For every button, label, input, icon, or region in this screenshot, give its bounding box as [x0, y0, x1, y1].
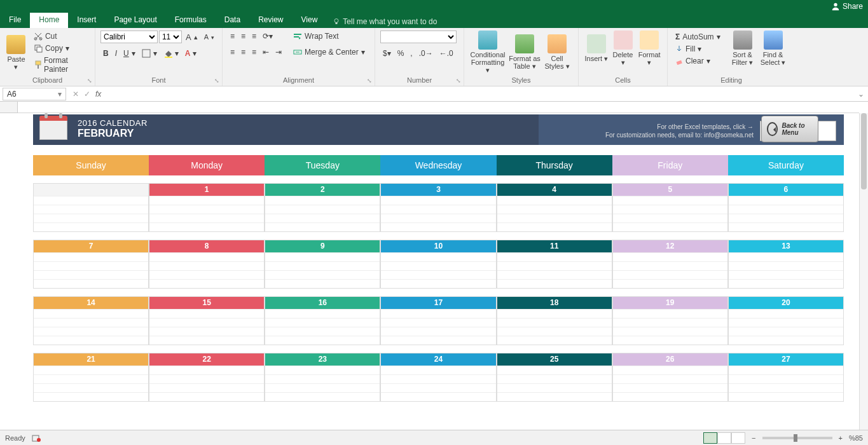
calendar-day[interactable]: 26 [612, 353, 728, 402]
day-slot[interactable] [265, 327, 380, 336]
day-slot[interactable] [497, 374, 612, 383]
format-cells-button[interactable]: Format ▾ [637, 31, 662, 67]
italic-button[interactable]: I [113, 48, 120, 59]
calendar-day[interactable]: 2 [265, 183, 380, 232]
calendar-day[interactable]: 1 [149, 183, 265, 232]
select-all-corner[interactable] [0, 102, 18, 113]
tab-review[interactable]: Review [249, 13, 292, 28]
day-slot[interactable] [729, 214, 843, 222]
day-slot[interactable] [729, 374, 843, 383]
day-slot[interactable] [381, 270, 495, 279]
merge-center-button[interactable]: Merge & Center ▾ [291, 46, 368, 58]
enter-formula-button[interactable]: ✓ [84, 90, 90, 99]
calendar-day[interactable]: 24 [380, 353, 496, 402]
sheet-content[interactable]: 2016 CALENDAR FEBRUARY For other Excel t… [18, 113, 859, 430]
sort-filter-button[interactable]: Sort & Filter ▾ [728, 31, 757, 67]
day-slot[interactable] [149, 366, 264, 374]
day-slot[interactable] [34, 309, 148, 318]
day-slot[interactable] [613, 383, 727, 392]
grow-font-button[interactable]: A▴ [183, 31, 200, 43]
day-slot[interactable] [34, 205, 148, 214]
expand-formula-button[interactable]: ⌄ [854, 90, 868, 99]
day-slot[interactable] [265, 196, 380, 205]
cancel-formula-button[interactable]: ✕ [72, 90, 79, 99]
day-slot[interactable] [497, 196, 612, 205]
fill-color-button[interactable]: ▾ [161, 48, 181, 59]
day-slot[interactable] [265, 336, 380, 345]
day-slot[interactable] [265, 261, 380, 270]
fx-icon[interactable]: fx [95, 90, 105, 99]
day-slot[interactable] [34, 374, 148, 383]
zoom-level[interactable]: %85 [849, 434, 863, 442]
day-slot[interactable] [34, 214, 148, 222]
day-slot[interactable] [265, 222, 380, 231]
day-slot[interactable] [613, 214, 727, 222]
calendar-day[interactable]: 9 [265, 240, 380, 289]
zoom-slider[interactable] [762, 437, 832, 439]
day-slot[interactable] [381, 222, 495, 231]
day-slot[interactable] [613, 374, 727, 383]
calendar-day[interactable]: 15 [149, 296, 265, 345]
day-slot[interactable] [613, 366, 727, 374]
day-slot[interactable] [34, 261, 148, 270]
day-slot[interactable] [149, 309, 264, 318]
align-top-button[interactable]: ≡ [228, 31, 237, 42]
day-slot[interactable] [613, 318, 727, 327]
day-slot[interactable] [34, 327, 148, 336]
day-slot[interactable] [497, 336, 612, 345]
calendar-day[interactable]: 25 [497, 353, 612, 402]
calendar-day[interactable]: 6 [728, 183, 844, 232]
bold-button[interactable]: B [100, 48, 111, 59]
day-slot[interactable] [497, 252, 612, 261]
day-slot[interactable] [149, 383, 264, 392]
calendar-day[interactable]: 5 [612, 183, 728, 232]
day-slot[interactable] [265, 279, 380, 288]
day-slot[interactable] [497, 327, 612, 336]
calendar-day[interactable]: 21 [33, 353, 149, 402]
find-select-button[interactable]: Find & Select ▾ [759, 31, 788, 67]
day-slot[interactable] [265, 366, 380, 374]
day-slot[interactable] [613, 270, 727, 279]
day-slot[interactable] [497, 261, 612, 270]
zoom-out-button[interactable]: − [752, 434, 755, 442]
number-format-select[interactable] [380, 31, 457, 43]
day-slot[interactable] [497, 214, 612, 222]
day-slot[interactable] [497, 318, 612, 327]
paste-button[interactable]: Paste ▾ [5, 35, 27, 71]
day-slot[interactable] [265, 205, 380, 214]
align-right-button[interactable]: ≡ [249, 46, 259, 58]
day-slot[interactable] [613, 222, 727, 231]
day-slot[interactable] [149, 374, 264, 383]
day-slot[interactable] [381, 196, 495, 205]
calendar-day[interactable]: 8 [149, 240, 265, 289]
day-slot[interactable] [265, 383, 380, 392]
calendar-day[interactable]: 3 [380, 183, 496, 232]
comma-format-button[interactable]: , [408, 48, 415, 59]
tab-file[interactable]: File [0, 13, 30, 28]
day-slot[interactable] [381, 336, 495, 345]
view-buttons[interactable] [703, 432, 745, 444]
calendar-day[interactable]: . [33, 183, 149, 232]
tab-home[interactable]: Home [30, 13, 68, 28]
formula-input[interactable] [111, 87, 854, 101]
day-slot[interactable] [613, 392, 727, 401]
calendar-day[interactable]: 27 [728, 353, 844, 402]
decrease-decimal-button[interactable]: ←.0 [437, 48, 456, 59]
day-slot[interactable] [729, 318, 843, 327]
day-slot[interactable] [497, 366, 612, 374]
align-center-button[interactable]: ≡ [238, 46, 248, 58]
day-slot[interactable] [729, 196, 843, 205]
calendar-day[interactable]: 18 [497, 296, 612, 345]
day-slot[interactable] [149, 327, 264, 336]
autosum-button[interactable]: Σ AutoSum ▾ [673, 31, 723, 43]
increase-decimal-button[interactable]: .0→ [417, 48, 436, 59]
day-slot[interactable] [381, 261, 495, 270]
day-slot[interactable] [729, 327, 843, 336]
day-slot[interactable] [149, 214, 264, 222]
day-slot[interactable] [381, 279, 495, 288]
orientation-button[interactable]: ⟳▾ [260, 31, 275, 42]
font-name-select[interactable]: Calibri [100, 31, 158, 43]
copy-button[interactable]: Copy ▾ [31, 43, 90, 54]
day-slot[interactable] [149, 336, 264, 345]
day-slot[interactable] [613, 196, 727, 205]
